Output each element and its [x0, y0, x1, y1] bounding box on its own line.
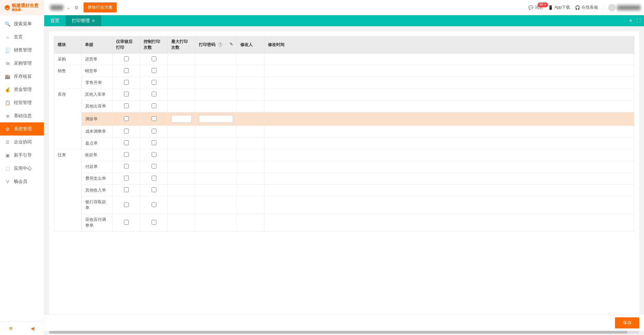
audit-only-checkbox[interactable] — [124, 187, 129, 192]
sidebar-item-funds[interactable]: 💰资金管理 — [0, 83, 44, 96]
sidebar-item-vip[interactable]: V畅会员 — [0, 175, 44, 188]
plan-button[interactable]: 体验行业方案 — [84, 2, 117, 12]
sidebar-item-home[interactable]: ⌂首页 — [0, 30, 44, 44]
th-password: 打印密码 ? ✎ — [195, 36, 237, 54]
limit-count-checkbox[interactable] — [152, 152, 156, 157]
footer: 保存 — [44, 314, 644, 331]
modify-time-cell — [265, 77, 634, 89]
online-service-link[interactable]: 🎧 在线客服 — [575, 4, 598, 10]
audit-only-checkbox[interactable] — [124, 68, 129, 73]
table-row: 付款单 — [54, 161, 634, 173]
sidebar-item-sales[interactable]: 🧾销售管理 — [0, 44, 44, 57]
bill-cell: 销货单 — [81, 65, 113, 77]
audit-only-checkbox[interactable] — [124, 202, 129, 207]
limit-count-cell — [140, 138, 168, 149]
company-selector[interactable]: ████ ⌄ — [50, 5, 70, 10]
max-count-input[interactable] — [171, 115, 192, 123]
audit-only-checkbox[interactable] — [124, 116, 129, 121]
edit-column-icon[interactable]: ✎ — [230, 42, 233, 47]
settings-icon[interactable]: ⚙ — [74, 5, 79, 10]
collapse-sidebar-icon[interactable]: ◀| — [31, 326, 35, 331]
audit-only-checkbox[interactable] — [124, 152, 129, 157]
sidebar-item-label: 企业协同 — [14, 139, 32, 145]
limit-count-checkbox[interactable] — [152, 68, 156, 73]
tab-home-label: 首页 — [50, 18, 59, 24]
sidebar-item-appstore[interactable]: ⬚应用中心 — [0, 162, 44, 175]
th-max-count: 最大打印次数 — [168, 36, 195, 54]
password-cell — [195, 126, 237, 138]
audit-only-checkbox[interactable] — [124, 176, 129, 180]
audit-only-checkbox[interactable] — [124, 80, 129, 85]
modify-time-cell — [265, 173, 634, 185]
sidebar-item-label: 新手引导 — [14, 152, 32, 158]
table-row: 采购进货单 — [54, 54, 634, 65]
modify-time-cell — [265, 185, 634, 196]
sidebar-item-search[interactable]: 🔍搜索菜单 — [0, 17, 44, 30]
close-all-tabs-icon[interactable]: ✕ — [629, 18, 632, 23]
modifier-cell — [237, 77, 265, 89]
sidebar-item-purchase[interactable]: 🛍采购管理 — [0, 57, 44, 70]
app-download-link[interactable]: 📱 App下载 — [548, 4, 570, 10]
sidebar-item-guide[interactable]: ▣新手引导 — [0, 149, 44, 162]
audit-only-checkbox[interactable] — [124, 129, 129, 133]
limit-count-checkbox[interactable] — [152, 220, 156, 225]
audit-only-cell — [113, 126, 140, 138]
tab-close-icon[interactable]: ✕ — [92, 19, 95, 23]
sidebar-item-biz[interactable]: 📋经营管理 — [0, 96, 44, 109]
audit-only-checkbox[interactable] — [124, 56, 129, 61]
audit-only-checkbox[interactable] — [124, 92, 129, 96]
audit-only-cell — [113, 77, 140, 89]
horizontal-scrollbar[interactable] — [49, 331, 639, 334]
th-modifier: 修改人 — [237, 36, 265, 54]
sidebar-item-system[interactable]: ⚙系统管理 — [0, 122, 44, 136]
sidebar-item-label: 资金管理 — [14, 86, 32, 93]
messages-link[interactable]: 💬 消息 99 + — [528, 4, 543, 10]
guide-icon: ▣ — [5, 152, 10, 158]
password-input[interactable] — [199, 115, 233, 123]
sidebar-item-label: 基础信息 — [14, 113, 32, 119]
max-count-cell — [168, 89, 195, 101]
modify-time-cell — [265, 126, 634, 138]
modifier-cell — [237, 214, 265, 232]
limit-count-checkbox[interactable] — [152, 80, 156, 85]
limit-count-checkbox[interactable] — [152, 187, 156, 192]
help-icon[interactable]: ? — [218, 43, 222, 47]
audit-only-cell — [113, 185, 140, 196]
save-button[interactable]: 保存 — [615, 317, 639, 328]
table-row: 往来收款单 — [54, 149, 634, 161]
limit-count-checkbox[interactable] — [152, 56, 156, 61]
password-cell — [195, 196, 237, 214]
sidebar-item-inventory[interactable]: 🏬库存核算 — [0, 70, 44, 83]
limit-count-checkbox[interactable] — [152, 164, 156, 169]
sidebar-item-label: 库存核算 — [14, 73, 32, 80]
password-cell — [195, 173, 237, 185]
limit-count-checkbox[interactable] — [152, 176, 156, 180]
fullscreen-icon[interactable]: ⛶ — [636, 18, 641, 23]
tab-home[interactable]: 首页 — [44, 15, 66, 26]
tab-print-management[interactable]: 打印管理 ✕ — [66, 15, 101, 26]
limit-count-checkbox[interactable] — [152, 92, 156, 96]
home-icon: ⌂ — [5, 34, 10, 40]
th-bill: 单据 — [81, 36, 113, 54]
audit-only-cell — [113, 161, 140, 173]
table-row: 调拔单 — [54, 112, 634, 126]
limit-count-checkbox[interactable] — [152, 103, 156, 108]
limit-count-checkbox[interactable] — [152, 116, 156, 121]
audit-only-checkbox[interactable] — [124, 140, 129, 145]
user-menu[interactable]: ████████ — [608, 4, 641, 11]
limit-count-checkbox[interactable] — [152, 129, 156, 133]
settings-bottom-icon[interactable]: ⚙ — [9, 326, 13, 331]
limit-count-checkbox[interactable] — [152, 140, 156, 145]
audit-only-checkbox[interactable] — [124, 220, 129, 225]
modify-time-cell — [265, 54, 634, 65]
limit-count-checkbox[interactable] — [152, 202, 156, 207]
sidebar-item-base[interactable]: ≣基础信息 — [0, 109, 44, 122]
table-row: 其他收入单 — [54, 185, 634, 196]
tabs-bar: 首页 打印管理 ✕ ✕ ⛶ — [44, 15, 644, 26]
sidebar-item-coop[interactable]: ☰企业协同 — [0, 136, 44, 149]
modifier-cell — [237, 101, 265, 112]
audit-only-checkbox[interactable] — [124, 103, 129, 108]
module-cell: 销售 — [54, 65, 81, 89]
audit-only-cell — [113, 65, 140, 77]
audit-only-checkbox[interactable] — [124, 164, 129, 169]
